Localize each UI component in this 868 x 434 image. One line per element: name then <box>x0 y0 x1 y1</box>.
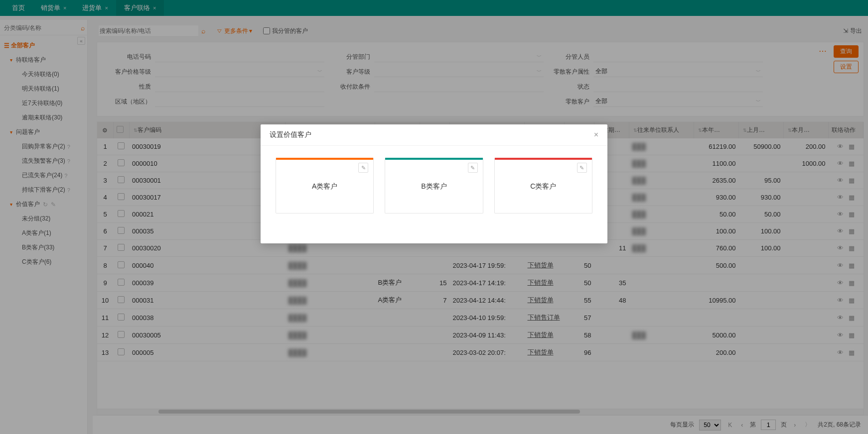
value-card-c[interactable]: ✎ C类客户 <box>494 158 592 214</box>
edit-icon[interactable]: ✎ <box>358 163 368 173</box>
value-customer-modal: 设置价值客户 × ✎ A类客户 ✎ B类客户 ✎ C类客户 <box>261 124 607 243</box>
edit-icon[interactable]: ✎ <box>577 163 587 173</box>
value-card-b[interactable]: ✎ B类客户 <box>385 158 483 214</box>
card-label: A类客户 <box>312 182 337 191</box>
modal-close-button[interactable]: × <box>594 130 598 139</box>
edit-icon[interactable]: ✎ <box>468 163 478 173</box>
value-card-a[interactable]: ✎ A类客户 <box>276 158 374 214</box>
card-label: B类客户 <box>421 182 446 191</box>
modal-overlay[interactable]: 设置价值客户 × ✎ A类客户 ✎ B类客户 ✎ C类客户 <box>0 0 868 434</box>
card-label: C类客户 <box>530 182 556 191</box>
modal-title: 设置价值客户 <box>270 130 311 139</box>
